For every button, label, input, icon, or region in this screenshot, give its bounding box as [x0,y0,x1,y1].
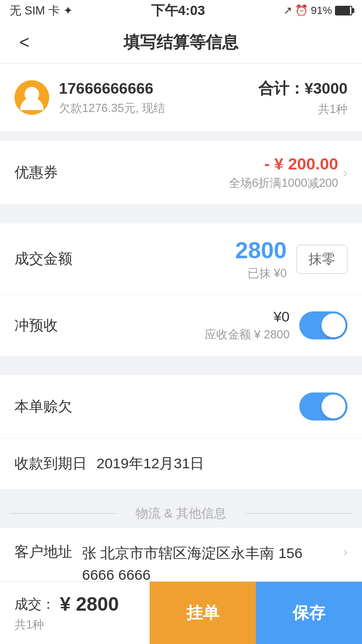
bottom-deal-amount: ¥ 2800 [60,593,119,615]
amount-sub: 已抹 ¥0 [235,266,287,281]
customer-left: 17666666666 欠款1276.35元, 现结 [14,80,165,116]
save-button[interactable]: 保存 [256,582,362,644]
customer-debt: 欠款1276.35元, 现结 [59,100,165,116]
toggle-knob [321,313,346,337]
credit-label: 本单赊欠 [14,397,72,417]
section-divider-1 [0,214,362,224]
due-date-value: 2019年12月31日 [97,454,204,474]
amount-row: 成交金额 2800 已抹 ¥0 抹零 [0,224,362,295]
coupon-row[interactable]: 优惠券 - ¥ 200.00 全场6折满1000减200 › [0,141,362,204]
customer-phone: 17666666666 [59,80,165,98]
credit-toggle-knob [321,394,346,419]
total-count: 共1种 [258,101,348,117]
chevron-right-icon: › [343,165,348,181]
clock-icon: ⏰ [295,4,308,17]
section-divider-2 [0,356,362,365]
bottom-count: 共1种 [14,617,135,632]
due-date-label: 收款到期日 [14,454,87,474]
prepay-label: 冲预收 [14,316,58,336]
status-time: 下午4:03 [151,1,205,20]
prepay-value-wrap: ¥0 应收金额 ¥ 2800 [205,308,290,342]
coupon-desc: 全场6折满1000减200 [229,175,338,191]
prepay-sub: 应收金额 ¥ 2800 [205,327,290,342]
coupon-right: - ¥ 200.00 全场6折满1000减200 › [229,154,348,191]
due-date-row: 收款到期日 2019年12月31日 [0,438,362,489]
total-amount: 合计：¥3000 [258,78,348,99]
customer-info: 17666666666 欠款1276.35元, 现结 [59,80,165,116]
amount-right: 2800 已抹 ¥0 抹零 [235,237,348,281]
bottom-bar: 成交： ¥ 2800 共1种 挂单 保存 [0,581,362,644]
credit-toggle[interactable] [299,392,348,420]
logistics-divider: 物流 & 其他信息 [0,499,362,528]
divider-line-right [246,513,352,514]
logistics-label: 物流 & 其他信息 [136,505,226,522]
nav-bar: < 填写结算等信息 [0,21,362,64]
credit-section: 本单赊欠 收款到期日 2019年12月31日 [0,375,362,489]
deal-section: 成交金额 2800 已抹 ¥0 抹零 冲预收 ¥0 应收金额 ¥ 2800 [0,224,362,356]
prepay-value: ¥0 [205,308,290,325]
address-chevron-icon: › [343,542,348,560]
bottom-deal-row: 成交： ¥ 2800 [14,593,135,615]
amount-value-wrap: 2800 已抹 ¥0 [235,237,287,281]
coupon-label: 优惠券 [14,163,58,182]
status-left: 无 SIM 卡 ✦ [10,3,73,18]
credit-row: 本单赊欠 [0,375,362,438]
amount-value: 2800 [235,237,287,264]
round-button[interactable]: 抹零 [296,245,348,274]
bottom-deal-label: 成交： [14,595,55,614]
address-label: 客户地址 [14,542,72,562]
amount-label: 成交金额 [14,249,72,269]
address-value: 张 北京市市辖区海淀区永丰南 156 6666 6666 [82,542,338,586]
status-right: ↗ ⏰ 91% [283,4,352,17]
due-date-section: 收款到期日 2019年12月31日 [0,438,362,489]
prepay-toggle[interactable] [299,311,348,339]
prepay-right: ¥0 应收金额 ¥ 2800 [205,308,348,342]
back-button[interactable]: < [14,28,34,57]
hold-button[interactable]: 挂单 [150,582,256,644]
bottom-summary: 成交： ¥ 2800 共1种 [0,593,150,632]
avatar [14,80,49,115]
coupon-amount: - ¥ 200.00 [229,154,338,173]
status-bar: 无 SIM 卡 ✦ 下午4:03 ↗ ⏰ 91% [0,0,362,21]
battery-text: 91% [311,4,332,17]
battery-icon [335,6,352,15]
page-title: 填写结算等信息 [124,31,238,54]
customer-card: 17666666666 欠款1276.35元, 现结 合计：¥3000 共1种 [0,64,362,131]
location-icon: ↗ [283,4,292,17]
signal-text: 无 SIM 卡 ✦ [10,3,73,18]
prepay-row: 冲预收 ¥0 应收金额 ¥ 2800 [0,295,362,356]
customer-total: 合计：¥3000 共1种 [258,78,348,117]
divider-line-left [10,513,116,514]
